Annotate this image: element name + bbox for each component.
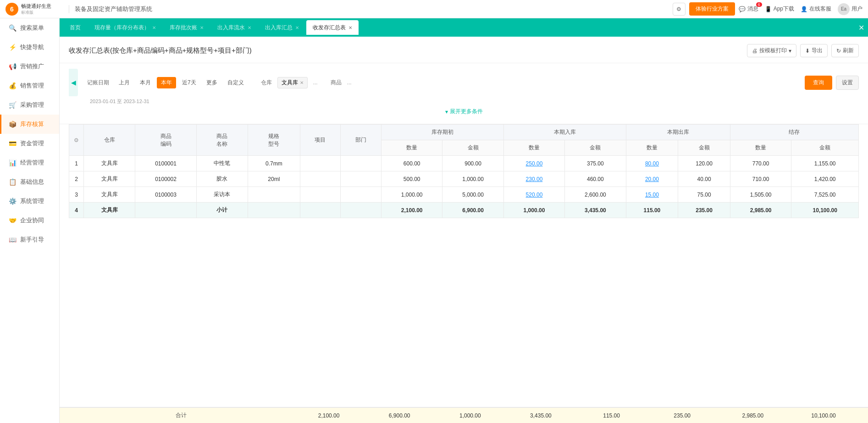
- col-balance: 结存: [730, 125, 858, 140]
- row-bal-qty: 2,985.00: [730, 203, 791, 218]
- logo-area: 6 畅捷通好生意 标准版: [6, 3, 65, 16]
- row-opening-qty: 500.00: [381, 171, 442, 187]
- sidebar-item-guide[interactable]: 📖 新手引导: [0, 230, 59, 249]
- expand-icon: ▾: [445, 109, 448, 115]
- table-row: 4文具库小计2,100.006,900.001,000.003,435.0011…: [69, 203, 859, 218]
- date-btn-this-month[interactable]: 本月: [136, 77, 155, 88]
- query-button[interactable]: 查询: [805, 76, 832, 90]
- tab-inventory-dist[interactable]: 现存量（库存分布表） ✕: [88, 20, 162, 35]
- tab-in-out-summary[interactable]: 出入库汇总 ✕: [259, 20, 305, 35]
- app-download-btn[interactable]: 📱 App下载: [765, 5, 794, 13]
- sidebar-item-cooperation[interactable]: 🤝 企业协同: [0, 211, 59, 230]
- print-btn[interactable]: 🖨 按模板打印 ▾: [747, 44, 796, 57]
- logo-number: 6: [10, 5, 14, 13]
- row-in-qty[interactable]: 230.00: [503, 171, 564, 187]
- row-in-amt: 460.00: [565, 171, 626, 187]
- sidebar-label-inventory: 库存核算: [20, 120, 44, 128]
- expand-more-btn[interactable]: ▾ 展开更多条件: [69, 105, 859, 118]
- sidebar-label-sales: 销售管理: [20, 82, 44, 90]
- settings-button[interactable]: 设置: [836, 76, 859, 90]
- tab-recv-send-summary[interactable]: 收发存汇总表 ✕: [306, 20, 359, 35]
- sidebar-label-finance: 资金管理: [20, 139, 44, 148]
- table-settings-icon[interactable]: ⚙: [74, 137, 79, 143]
- sidebar-item-finance[interactable]: 💳 资金管理: [0, 134, 59, 153]
- row-out-qty[interactable]: 80.00: [626, 156, 678, 171]
- warehouse-tag: 文具库 ✕: [277, 77, 308, 88]
- warehouse-more-btn[interactable]: ...: [313, 79, 318, 86]
- row-in-qty[interactable]: 520.00: [503, 187, 564, 203]
- top-right: 💬 消息 6 📱 App下载 👤 在线客服 Ea 用户: [739, 3, 862, 15]
- sidebar-item-basic-info[interactable]: 📋 基础信息: [0, 172, 59, 192]
- sidebar-item-marketing[interactable]: 📢 营销推广: [0, 57, 59, 76]
- row-out-amt: 120.00: [678, 156, 730, 171]
- goods-more-btn[interactable]: ...: [347, 79, 352, 86]
- tab-recv-send-summary-close[interactable]: ✕: [348, 25, 352, 30]
- refresh-btn[interactable]: ↻ 刷新: [831, 44, 859, 57]
- date-btn-more[interactable]: 更多: [202, 77, 221, 88]
- sidebar-item-search[interactable]: 🔍 搜索菜单: [0, 18, 59, 38]
- sidebar-item-sales[interactable]: 💰 销售管理: [0, 76, 59, 95]
- row-dept: [341, 187, 381, 203]
- footer-row: 合计 2,100.00 6,900.00 1,000.00 3,435.00 1…: [69, 412, 859, 419]
- export-btn[interactable]: ⬇ 导出: [800, 44, 828, 57]
- row-opening-amt: 900.00: [442, 156, 503, 171]
- filter-area: ◀ 记账日期 上月 本月 本年 近7天 更多 自定义 仓库: [60, 63, 868, 124]
- page-inner: 收发存汇总表(按仓库+商品编码+商品+规格型号+项目+部门) 🖨 按模板打印 ▾…: [60, 37, 868, 407]
- sidebar-item-operations[interactable]: 📊 经营管理: [0, 153, 59, 172]
- date-btn-7days[interactable]: 近7天: [178, 77, 200, 88]
- row-no: 1: [69, 156, 84, 171]
- settings-icon-btn[interactable]: ⚙: [673, 3, 686, 16]
- row-spec: [248, 203, 300, 218]
- user-label: 用户: [851, 5, 862, 13]
- row-in-qty[interactable]: 250.00: [503, 156, 564, 171]
- tab-in-out-summary-close[interactable]: ✕: [295, 25, 299, 30]
- row-bal-qty: 770.00: [730, 156, 791, 171]
- sidebar-item-quick-nav[interactable]: ⚡ 快捷导航: [0, 38, 59, 57]
- date-btn-custom[interactable]: 自定义: [223, 77, 248, 88]
- sales-icon: 💰: [9, 82, 17, 89]
- row-name: 中性笔: [196, 156, 248, 171]
- table-row: 2文具库0100002胶水20ml500.001,000.00230.00460…: [69, 171, 859, 187]
- tab-home-label: 首页: [70, 24, 81, 32]
- row-out-qty[interactable]: 15.00: [626, 187, 678, 203]
- row-bal-amt: 7,525.00: [791, 187, 859, 203]
- goods-filter-label: 商品: [331, 79, 342, 87]
- avatar: Ea: [838, 3, 850, 15]
- row-code: [135, 203, 196, 218]
- tab-batch-ledger[interactable]: 库存批次账 ✕: [163, 20, 210, 35]
- table-container: ⚙ 仓库 商品编码 商品名称 规格型号 项目 部门 库存期初 本期入库 本期出: [60, 124, 868, 227]
- tab-in-out-flow-close[interactable]: ✕: [248, 25, 251, 30]
- tab-inventory-dist-close[interactable]: ✕: [152, 25, 156, 30]
- warehouse-tag-close[interactable]: ✕: [300, 80, 304, 85]
- close-all-tabs-btn[interactable]: ✕: [858, 23, 864, 32]
- user-btn[interactable]: Ea 用户: [838, 3, 862, 15]
- page-content: 收发存汇总表(按仓库+商品编码+商品+规格型号+项目+部门) 🖨 按模板打印 ▾…: [60, 37, 868, 407]
- sidebar-label-guide: 新手引导: [20, 236, 44, 244]
- app-download-label: App下载: [774, 5, 794, 13]
- filter-row-main: ◀ 记账日期 上月 本月 本年 近7天 更多 自定义 仓库: [69, 69, 859, 96]
- tab-in-out-flow[interactable]: 出入库流水 ✕: [211, 20, 258, 35]
- row-in-qty[interactable]: 1,000.00: [503, 203, 564, 218]
- online-service-btn[interactable]: 👤 在线客服: [801, 5, 831, 13]
- try-industry-button[interactable]: 体验行业方案: [689, 2, 735, 16]
- date-btn-this-year[interactable]: 本年: [157, 77, 176, 88]
- col-dept: 部门: [341, 125, 381, 156]
- col-bal-amt: 金额: [791, 140, 859, 156]
- sidebar-item-system[interactable]: ⚙️ 系统管理: [0, 192, 59, 211]
- row-opening-amt: 6,900.00: [442, 203, 503, 218]
- row-project: [300, 156, 341, 171]
- sidebar-item-purchase[interactable]: 🛒 采购管理: [0, 95, 59, 115]
- chevron-down-icon: ▾: [789, 48, 791, 54]
- col-out-qty: 数量: [626, 140, 678, 156]
- row-project: [300, 171, 341, 187]
- basic-info-icon: 📋: [9, 178, 17, 186]
- messages-btn[interactable]: 💬 消息 6: [739, 5, 758, 13]
- tab-in-out-flow-label: 出入库流水: [217, 24, 245, 32]
- row-out-qty[interactable]: 115.00: [626, 203, 678, 218]
- sidebar-item-inventory[interactable]: 📦 库存核算: [0, 115, 59, 134]
- row-out-qty[interactable]: 20.00: [626, 171, 678, 187]
- tab-home[interactable]: 首页: [63, 20, 87, 35]
- filter-toggle-arrow[interactable]: ◀: [69, 69, 78, 96]
- tab-batch-ledger-close[interactable]: ✕: [200, 25, 204, 30]
- date-btn-last-month[interactable]: 上月: [115, 77, 134, 88]
